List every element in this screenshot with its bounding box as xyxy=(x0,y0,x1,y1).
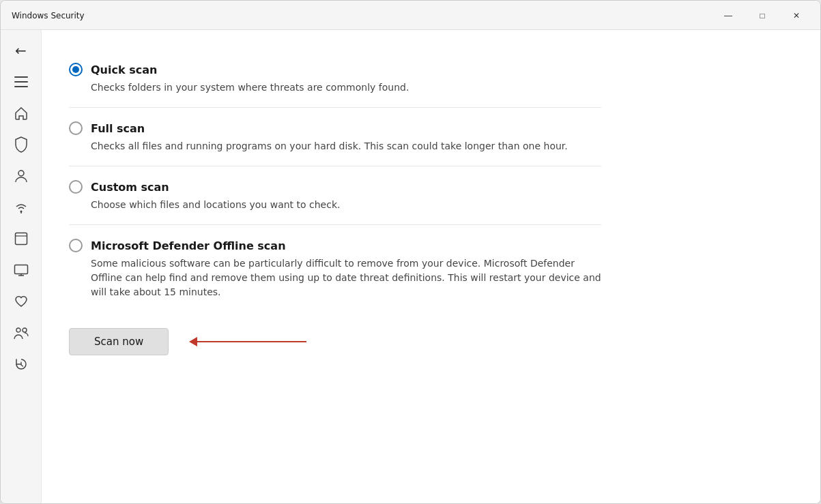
maximize-button[interactable]: □ xyxy=(747,6,778,25)
scan-option-full-desc: Checks all files and running programs on… xyxy=(69,139,601,153)
sidebar-item-history[interactable] xyxy=(5,349,38,379)
sidebar-item-health[interactable] xyxy=(5,286,38,316)
sidebar-item-home[interactable] xyxy=(5,98,38,128)
scan-option-full-title: Full scan xyxy=(91,122,145,135)
scan-option-quick: Quick scan Checks folders in your system… xyxy=(69,52,601,104)
radio-offline[interactable] xyxy=(69,239,83,252)
arrow-annotation xyxy=(190,337,306,346)
app-body: ← xyxy=(1,30,820,503)
scan-option-quick-title: Quick scan xyxy=(91,63,157,76)
scan-option-full-header: Full scan xyxy=(69,121,601,135)
svg-rect-7 xyxy=(14,265,27,274)
title-bar: Windows Security — □ ✕ xyxy=(1,1,820,30)
scan-option-quick-header: Quick scan xyxy=(69,63,601,76)
svg-rect-0 xyxy=(14,76,28,78)
sidebar-item-account[interactable] xyxy=(5,161,38,191)
svg-rect-5 xyxy=(15,233,27,245)
windows-security-window: Windows Security — □ ✕ ← xyxy=(0,0,821,504)
scan-now-section: Scan now xyxy=(69,328,601,355)
scan-option-offline-desc: Some malicious software can be particula… xyxy=(69,256,601,299)
svg-point-8 xyxy=(16,328,20,332)
svg-point-3 xyxy=(18,171,24,176)
sidebar-item-back[interactable]: ← xyxy=(5,35,38,65)
sidebar-item-browser[interactable] xyxy=(5,224,38,254)
svg-point-9 xyxy=(23,328,27,332)
scan-option-custom-header: Custom scan xyxy=(69,180,601,194)
sidebar-item-family[interactable] xyxy=(5,318,38,348)
scan-option-offline-title: Microsoft Defender Offline scan xyxy=(91,239,286,252)
minimize-button[interactable]: — xyxy=(712,6,744,25)
divider-2 xyxy=(69,166,601,166)
radio-custom[interactable] xyxy=(69,180,83,194)
window-controls: — □ ✕ xyxy=(712,6,812,25)
scan-option-custom: Custom scan Choose which files and locat… xyxy=(69,169,601,222)
close-button[interactable]: ✕ xyxy=(781,6,812,25)
sidebar-item-network[interactable] xyxy=(5,192,38,222)
scan-option-offline: Microsoft Defender Offline scan Some mal… xyxy=(69,228,601,309)
sidebar-item-device[interactable] xyxy=(5,255,38,285)
divider-1 xyxy=(69,107,601,108)
sidebar-item-menu[interactable] xyxy=(5,67,38,97)
svg-rect-1 xyxy=(14,81,28,83)
radio-full[interactable] xyxy=(69,121,83,135)
main-content: Quick scan Checks folders in your system… xyxy=(42,30,820,503)
scan-option-quick-desc: Checks folders in your system where thre… xyxy=(69,80,601,95)
arrow-line xyxy=(197,341,306,342)
sidebar-item-shield[interactable] xyxy=(5,130,38,160)
divider-3 xyxy=(69,224,601,225)
scan-option-full: Full scan Checks all files and running p… xyxy=(69,110,601,163)
svg-point-4 xyxy=(20,211,22,213)
arrow-head xyxy=(189,337,197,346)
scan-option-offline-header: Microsoft Defender Offline scan xyxy=(69,239,601,252)
scan-now-button[interactable]: Scan now xyxy=(69,328,169,355)
scan-options-list: Quick scan Checks folders in your system… xyxy=(69,52,601,355)
window-title: Windows Security xyxy=(12,11,85,20)
scan-option-custom-desc: Choose which files and locations you wan… xyxy=(69,198,601,212)
sidebar: ← xyxy=(1,30,42,503)
scan-option-custom-title: Custom scan xyxy=(91,181,169,194)
radio-quick[interactable] xyxy=(69,63,83,76)
svg-rect-2 xyxy=(14,86,28,87)
